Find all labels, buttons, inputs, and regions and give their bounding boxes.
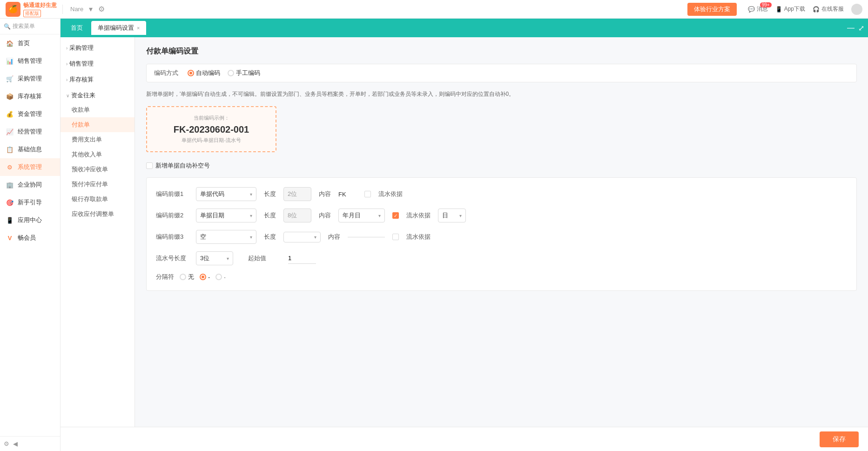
submenu-inventory-title[interactable]: › 库存核算	[61, 73, 135, 87]
user-avatar[interactable]	[851, 4, 862, 15]
content2-select[interactable]: 年月日 ▾	[338, 209, 385, 222]
logo-text: 畅通道好生意 搭配版	[23, 1, 57, 17]
serial-length-row: 流水号长度 3位 ▾ 起始值	[156, 251, 847, 265]
info-text: 新增单据时，'单据编码'自动生成，不可编辑。前缀设置为部门、业务员等档案类，开单…	[146, 90, 857, 99]
tab-minimize-icon[interactable]: —	[847, 24, 855, 33]
submenu: › 采购管理 › 销售管理 › 库存核算	[61, 37, 135, 427]
sidebar-item-base[interactable]: 📋 基础信息	[0, 141, 60, 158]
purchase-icon: 🛒	[6, 74, 14, 83]
save-button[interactable]: 保存	[820, 431, 859, 447]
apps-icon: 📱	[6, 216, 14, 224]
sep-none-radio[interactable]: 无	[180, 273, 194, 281]
operation-icon: 📈	[6, 128, 14, 136]
sidebar-item-purchase[interactable]: 🛒 采购管理	[0, 70, 60, 88]
sidebar-settings-icon[interactable]: ⚙	[4, 440, 9, 447]
submenu-item-other-income[interactable]: 其他收入单	[61, 147, 135, 162]
submenu-purchase-title[interactable]: › 采购管理	[61, 41, 135, 55]
content2-arrow: ▾	[378, 213, 381, 218]
serial1-checkbox[interactable]	[364, 191, 371, 197]
auto-fill-row: 新增单据自动补空号	[146, 162, 857, 170]
sidebar-item-sales[interactable]: 📊 销售管理	[0, 52, 60, 70]
length3-select[interactable]: ▾	[283, 232, 321, 242]
online-support-btn[interactable]: 🎧 在线客服	[813, 5, 844, 13]
messages-btn[interactable]: 💬 消息 99+	[748, 5, 768, 13]
tab-close-icon[interactable]: ×	[137, 25, 140, 31]
prefix1-select[interactable]: 单据代码 ▾	[196, 187, 256, 201]
serial3-checkbox[interactable]	[392, 234, 399, 240]
submenu-item-receivable-adj[interactable]: 应收应付调整单	[61, 207, 135, 222]
sidebar-item-finance[interactable]: 💰 资金管理	[0, 105, 60, 123]
prefix2-arrow: ▾	[250, 213, 252, 218]
submenu-item-payment[interactable]: 付款单	[61, 117, 135, 132]
tab-active[interactable]: 单据编码设置 ×	[91, 21, 146, 35]
topbar-nav-arrow[interactable]: ▾	[89, 5, 93, 13]
auto-encode-radio[interactable]: 自动编码	[188, 69, 220, 77]
experience-btn[interactable]: 体验行业方案	[687, 3, 737, 16]
topbar-settings-icon[interactable]: ⚙	[98, 5, 105, 13]
sidebar-item-system[interactable]: ⚙ 系统管理	[0, 158, 60, 176]
serial2-period-select[interactable]: 日 ▾	[438, 209, 466, 222]
sidebar-item-operation[interactable]: 📈 经营管理	[0, 123, 60, 141]
length1-label: 长度	[264, 190, 276, 198]
prefix3-select[interactable]: 空 ▾	[196, 230, 256, 244]
sep-dot-radio[interactable]: ·	[215, 274, 226, 281]
start-value-label: 起始值	[248, 254, 281, 263]
sep-dash-radio-dot	[200, 274, 206, 280]
submenu-group-purchase: › 采购管理	[61, 41, 135, 55]
submenu-item-advance-receipt[interactable]: 预收冲应收单	[61, 162, 135, 177]
enterprise-icon: 🏢	[6, 181, 14, 189]
prefix2-select[interactable]: 单据日期 ▾	[196, 209, 256, 222]
submenu-finance-title[interactable]: ∨ 资金往来	[61, 88, 135, 102]
sidebar-item-inventory[interactable]: 📦 库存核算	[0, 88, 60, 105]
app-logo: 🍊 畅通道好生意 搭配版	[6, 1, 57, 17]
sidebar-item-vip[interactable]: V 畅会员	[0, 229, 60, 247]
form-section: 编码前缀1 单据代码 ▾ 长度 2位 内容 FK 流水依据	[146, 177, 857, 291]
auto-fill-checkbox[interactable]	[146, 162, 153, 169]
topbar-right: 💬 消息 99+ 📱 App下载 🎧 在线客服	[748, 4, 862, 15]
serial2-period-arrow: ▾	[459, 213, 462, 218]
tabbar: 首页 单据编码设置 × — ⤢	[61, 19, 868, 37]
inventory-icon: 📦	[6, 92, 14, 101]
main-layout: 🔍 搜索菜单 🏠 首页 📊 销售管理 🛒 采购管理 📦 库存核算 💰 资金管理 …	[0, 19, 868, 451]
submenu-sales-title[interactable]: › 销售管理	[61, 57, 135, 71]
length2-input: 8位	[283, 209, 311, 222]
length2-label: 长度	[264, 211, 276, 220]
topbar-separator	[62, 5, 63, 14]
sidebar-item-enterprise[interactable]: 🏢 企业协同	[0, 176, 60, 194]
sep-dash-radio[interactable]: -	[200, 274, 210, 281]
content3-value	[348, 237, 385, 237]
tab-expand-icon[interactable]: ⤢	[858, 24, 864, 33]
serial3-label: 流水依据	[406, 233, 431, 241]
tab-home[interactable]: 首页	[64, 21, 89, 35]
sidebar-item-apps[interactable]: 📱 应用中心	[0, 211, 60, 229]
submenu-item-bank-deposit[interactable]: 银行存取款单	[61, 192, 135, 207]
system-icon: ⚙	[6, 163, 14, 171]
sidebar-collapse-icon[interactable]: ◀	[13, 440, 18, 447]
page-title: 付款单编码设置	[146, 47, 857, 56]
submenu-item-advance-payment[interactable]: 预付冲应付单	[61, 177, 135, 192]
serial-length-select[interactable]: 3位 ▾	[196, 251, 233, 265]
sidebar-search-btn[interactable]: 🔍 搜索菜单	[0, 19, 60, 34]
content-area: › 采购管理 › 销售管理 › 库存核算	[61, 37, 868, 427]
manual-encode-radio[interactable]: 手工编码	[228, 69, 260, 77]
length3-label: 长度	[264, 233, 276, 241]
serial2-checkbox[interactable]: ✓	[392, 212, 399, 219]
length1-input: 2位	[283, 187, 311, 201]
app-download-btn[interactable]: 📱 App下载	[775, 5, 805, 13]
form-row-1: 编码前缀1 单据代码 ▾ 长度 2位 内容 FK 流水依据	[156, 187, 847, 201]
sidebar-item-home[interactable]: 🏠 首页	[0, 34, 60, 52]
logo-icon: 🍊	[6, 2, 20, 17]
sidebar-item-guide[interactable]: 🎯 新手引导	[0, 194, 60, 211]
right-panel: 首页 单据编码设置 × — ⤢ › 采购管理	[61, 19, 868, 451]
code-preview-format: 单据代码-单据日期-流水号	[156, 137, 266, 144]
content3-label: 内容	[328, 233, 340, 241]
submenu-item-receipt[interactable]: 收款单	[61, 102, 135, 117]
length3-arrow: ▾	[314, 235, 316, 240]
start-value-input[interactable]	[288, 253, 316, 264]
encode-method-label: 编码方式	[154, 69, 178, 77]
serial-length-label: 流水号长度	[156, 254, 188, 263]
bottom-bar: 保存	[61, 427, 868, 451]
separator-row: 分隔符 无 - ·	[156, 273, 847, 281]
page-content: 付款单编码设置 编码方式 自动编码 手工编码	[135, 37, 868, 427]
submenu-item-expense[interactable]: 费用支出单	[61, 132, 135, 147]
